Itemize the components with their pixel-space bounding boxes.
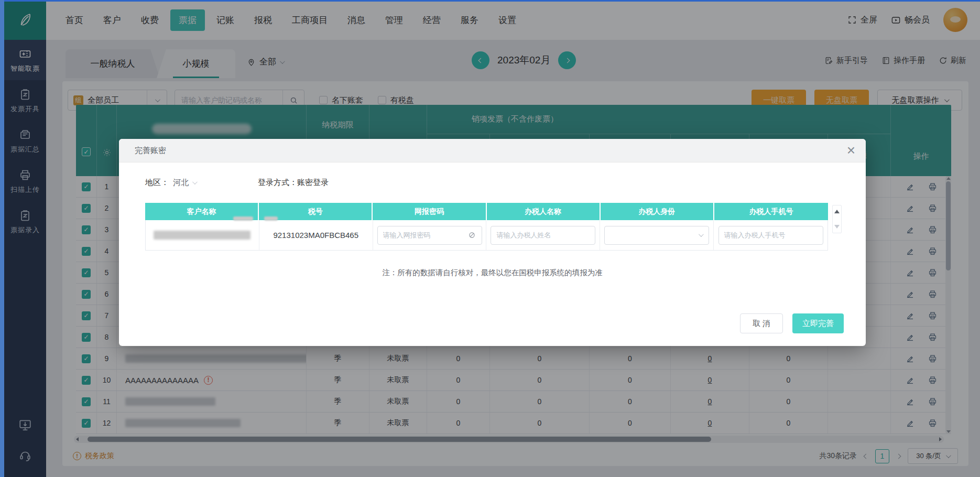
spinner-down-icon[interactable] (834, 225, 840, 229)
dialog-note: 注：所有的数据请自行核对，最终以您在国税申报系统的填报为准 (119, 268, 866, 278)
client-name-cell (146, 220, 259, 250)
credentials-table: 客户名称 税号 网报密码 办税人名称 办税人身份 办税人手机号 92131023… (145, 203, 828, 251)
agent-name-cell (486, 220, 600, 250)
login-method-value: 账密登录 (297, 178, 329, 187)
dialog-title: 完善账密 (119, 146, 166, 156)
agent-phone-cell (714, 220, 827, 250)
credentials-table-row: 92131023MA0FBCB465 (145, 220, 828, 251)
agent-name-input[interactable] (496, 231, 590, 239)
agent-identity-cell (600, 220, 714, 250)
col-agent-name: 办税人名称 (487, 203, 601, 220)
app-root: 首页 客户 收费 票据 记账 报税 工商项目 消息 管理 经营 服务 设置 全屏… (0, 0, 980, 477)
agent-phone-input[interactable] (724, 231, 818, 239)
row-spinner (832, 205, 842, 233)
dialog-meta-row: 地区： 河北 登录方式：账密登录 (145, 178, 329, 188)
redacted-client-name (154, 231, 251, 240)
window-top-edge (0, 0, 980, 2)
login-method: 登录方式：账密登录 (258, 178, 329, 188)
agent-name-input-wrap (491, 226, 595, 245)
close-icon[interactable]: × (847, 143, 855, 158)
password-input-wrap (377, 226, 482, 245)
redacted-blob (233, 216, 253, 221)
dialog-buttons: 取 消 立即完善 (740, 313, 844, 333)
agent-phone-input-wrap (718, 226, 823, 245)
login-method-label: 登录方式： (258, 178, 297, 187)
web-password-cell (373, 220, 487, 250)
redacted-blob (264, 216, 278, 221)
cancel-button[interactable]: 取 消 (740, 313, 783, 333)
complete-credentials-dialog: 完善账密 × 地区： 河北 登录方式：账密登录 客户名称 税号 网报密码 办税人… (119, 139, 866, 346)
chevron-down-icon (699, 232, 704, 237)
col-web-password: 网报密码 (373, 203, 486, 220)
confirm-button[interactable]: 立即完善 (792, 313, 844, 333)
window-left-edge (0, 0, 4, 477)
dialog-header: 完善账密 × (119, 139, 866, 162)
spinner-up-icon[interactable] (834, 210, 840, 213)
eye-off-icon[interactable] (467, 231, 476, 240)
region-label: 地区： (145, 178, 169, 188)
col-agent-identity: 办税人身份 (601, 203, 714, 220)
region-value-dropdown[interactable]: 河北 (173, 178, 189, 188)
agent-identity-select[interactable] (604, 226, 709, 245)
col-agent-phone: 办税人手机号 (714, 203, 828, 220)
web-password-input[interactable] (383, 231, 467, 239)
tax-number-cell: 92131023MA0FBCB465 (259, 220, 373, 250)
chevron-down-icon (192, 179, 198, 185)
